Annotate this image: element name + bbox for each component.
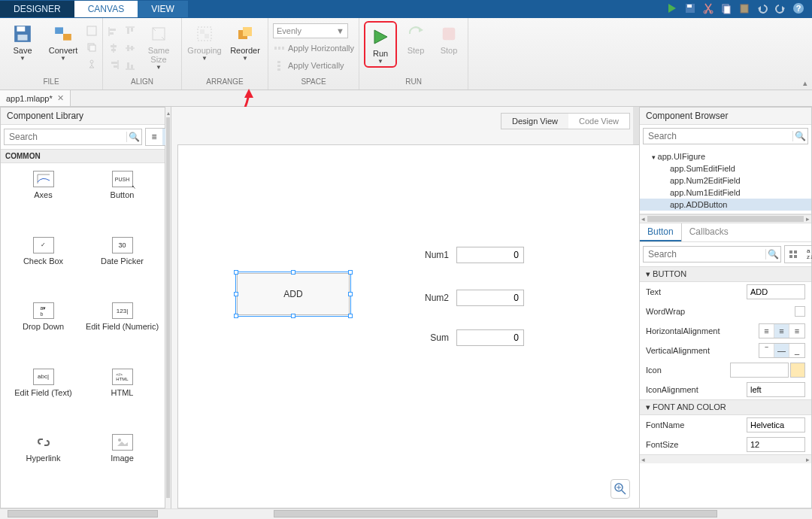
comp-hyperlink[interactable]: Hyperlink: [4, 434, 83, 485]
svg-point-55: [118, 439, 121, 442]
num1-input[interactable]: [456, 247, 524, 263]
paste-icon[interactable]: [738, 2, 750, 17]
canvas[interactable]: ADD Num1 Num2 Sum: [177, 144, 639, 508]
prop-text-input[interactable]: [747, 284, 805, 299]
svg-rect-26: [111, 49, 116, 51]
comp-html[interactable]: </>HTMLHTML: [83, 369, 162, 420]
save-button[interactable]: Save▼: [5, 21, 41, 62]
comp-checkbox[interactable]: ✓Check Box: [4, 237, 83, 288]
group-arrange-label: ARRANGE: [186, 76, 263, 90]
list-view-icon[interactable]: ≡: [146, 129, 162, 145]
inspector-tab-callbacks[interactable]: Callbacks: [681, 223, 736, 241]
inspector-hscroll[interactable]: ◂▸: [640, 454, 811, 463]
inspector-search-input[interactable]: [644, 249, 765, 260]
svg-rect-45: [274, 47, 277, 50]
grouping-button: Grouping▼: [186, 21, 223, 62]
group-run-label: RUN: [364, 76, 463, 90]
halign-left-icon[interactable]: ≡: [759, 324, 774, 338]
tree-num2[interactable]: app.Num2EditField: [640, 175, 811, 187]
halign-right-icon[interactable]: ≡: [789, 324, 804, 338]
valign-top-icon[interactable]: ‾: [759, 344, 774, 357]
num2-row: Num2: [411, 290, 524, 306]
tab-view[interactable]: VIEW: [138, 1, 188, 17]
convert-button[interactable]: Convert▼: [45, 21, 81, 62]
tree-num1[interactable]: app.Num1EditField: [640, 187, 811, 199]
reorder-button[interactable]: Reorder▼: [227, 21, 263, 62]
browser-search-input[interactable]: [644, 131, 792, 141]
undo-icon[interactable]: [756, 2, 768, 17]
num1-label: Num1: [411, 250, 449, 260]
comp-button[interactable]: PUSH↖Button: [83, 171, 162, 222]
group-align-label: ALIGN: [108, 76, 177, 90]
bottom-scrollbar[interactable]: [0, 508, 812, 519]
valign-bottom-icon[interactable]: _: [789, 344, 804, 357]
browser-search[interactable]: 🔍: [643, 128, 808, 144]
comp-datepicker[interactable]: 30Date Picker: [83, 237, 162, 288]
valign-buttons[interactable]: ‾ — _: [759, 343, 805, 358]
tree-sum[interactable]: app.SumEditField: [640, 162, 811, 175]
fontname-input[interactable]: [747, 417, 805, 432]
component-browser-title: Component Browser: [640, 108, 811, 125]
search-icon[interactable]: 🔍: [792, 131, 807, 141]
code-view-tab[interactable]: Code View: [568, 114, 629, 129]
help-icon[interactable]: ?: [792, 2, 804, 17]
save-icon[interactable]: [684, 2, 696, 17]
design-view-tab[interactable]: Design View: [501, 114, 568, 129]
svg-rect-62: [789, 255, 792, 258]
inspector-tab-button[interactable]: Button: [640, 223, 681, 241]
tab-canvas[interactable]: CANVAS: [74, 1, 138, 17]
icon-input[interactable]: [730, 363, 789, 378]
browse-icon[interactable]: [790, 363, 805, 378]
num2-input[interactable]: [456, 290, 524, 306]
section-button[interactable]: ▾ BUTTON: [640, 266, 811, 282]
svg-text:?: ?: [796, 4, 801, 13]
comp-editfield-text[interactable]: abc|Edit Field (Text): [4, 369, 83, 420]
svg-line-57: [622, 490, 626, 494]
comp-dropdown[interactable]: a▾bDrop Down: [4, 302, 83, 354]
left-scrollbar[interactable]: ▴: [165, 107, 171, 508]
run-icon[interactable]: [666, 2, 678, 17]
svg-rect-23: [110, 32, 114, 35]
run-button[interactable]: Run▼: [367, 24, 394, 65]
copy-icon[interactable]: [720, 2, 732, 17]
tree-addbutton[interactable]: app.ADDButton: [640, 199, 811, 211]
valign-middle-icon[interactable]: —: [774, 344, 789, 357]
cut-icon[interactable]: [702, 2, 714, 17]
canvas-panel: Design View Code View ADD Num1 Num2: [171, 107, 639, 508]
svg-point-20: [90, 60, 93, 63]
group-props-icon[interactable]: [785, 246, 801, 263]
collapse-ribbon-icon[interactable]: ▴: [803, 78, 807, 88]
halign-buttons[interactable]: ≡ ≡ ≡: [759, 323, 805, 338]
search-icon[interactable]: 🔍: [765, 249, 780, 260]
iconalign-input[interactable]: [747, 382, 805, 397]
library-search-input[interactable]: [5, 132, 126, 142]
sum-input[interactable]: [456, 329, 524, 346]
section-font[interactable]: ▾ FONT AND COLOR: [640, 399, 811, 415]
zoom-button[interactable]: [611, 479, 630, 499]
svg-rect-38: [131, 65, 133, 68]
svg-rect-6: [724, 6, 730, 14]
svg-rect-17: [87, 26, 96, 35]
comp-editfield-numeric[interactable]: 123|Edit Field (Numeric): [83, 302, 162, 354]
component-tree: ▾ app.UIFigure app.SumEditField app.Num2…: [640, 147, 811, 214]
align-bottom-icon: [124, 57, 136, 72]
comp-axes[interactable]: Axes: [4, 171, 83, 222]
tab-designer[interactable]: DESIGNER: [0, 1, 74, 17]
sort-props-icon[interactable]: az↓: [801, 246, 812, 263]
wordwrap-checkbox[interactable]: [795, 306, 805, 317]
comp-image[interactable]: Image: [83, 434, 162, 485]
inspector-search[interactable]: 🔍: [643, 246, 781, 263]
redo-icon[interactable]: [774, 2, 786, 17]
svg-marker-51: [374, 30, 387, 44]
search-icon[interactable]: 🔍: [126, 132, 141, 142]
tree-root[interactable]: ▾ app.UIFigure: [640, 150, 811, 162]
fontsize-input[interactable]: [747, 437, 805, 452]
prop-icon: Icon: [640, 360, 811, 380]
file-tab[interactable]: app1.mlapp* ✕: [0, 90, 71, 106]
tree-hscroll[interactable]: ◂ ▸: [640, 214, 811, 223]
halign-center-icon[interactable]: ≡: [774, 324, 789, 338]
svg-rect-13: [17, 26, 25, 32]
svg-rect-42: [205, 34, 209, 38]
library-search[interactable]: 🔍: [4, 129, 142, 145]
close-icon[interactable]: ✕: [57, 93, 64, 103]
